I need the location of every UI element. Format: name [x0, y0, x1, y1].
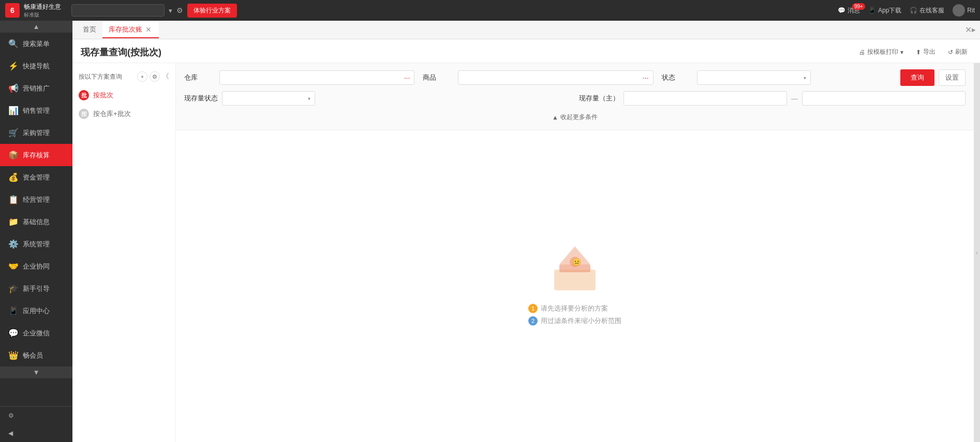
main-layout: ▲ 🔍 搜索菜单 ⚡ 快捷导航 📢 营销推广 📊 销售管理 🛒 采购管理 📦 库… — [0, 21, 980, 442]
product-input[interactable]: ··· — [458, 70, 653, 85]
sidebar-item-label-sales: 销售管理 — [23, 106, 50, 115]
sidebar-item-finance[interactable]: 💰 资金管理 — [0, 166, 72, 188]
phone-icon: 📱 — [868, 7, 876, 14]
system-icon: ⚙️ — [8, 239, 19, 249]
sidebar-scroll-down[interactable]: ▼ — [0, 366, 72, 378]
sidebar-item-member[interactable]: 👑 畅会员 — [0, 344, 72, 366]
sidebar-item-search[interactable]: 🔍 搜索菜单 — [0, 33, 72, 55]
query-button[interactable]: 查询 — [900, 69, 934, 86]
printer-icon: 🖨 — [859, 49, 865, 56]
stock-status-select[interactable]: ▾ — [222, 91, 315, 106]
sidebar-item-label-member: 畅会员 — [23, 351, 43, 360]
close-panel-button[interactable]: ✕ — [965, 25, 972, 35]
sidebar-collapse-item[interactable]: ◀ — [0, 424, 72, 442]
operations-icon: 📋 — [8, 195, 19, 204]
print-template-btn[interactable]: 🖨 按模板打印 ▾ — [855, 46, 908, 58]
try-industry-button[interactable]: 体验行业方案 — [187, 4, 237, 18]
app-info: 畅康通好生意 标准版 — [24, 3, 61, 19]
sidebar-item-label-weixin: 企业微信 — [23, 329, 50, 338]
dropdown-icon[interactable]: ▾ — [169, 7, 172, 14]
tab-bar: 首页 库存批次账 ✕ ✕ ▶ — [72, 21, 980, 39]
empty-svg-icon: 😐 — [544, 244, 606, 296]
warehouse-more-icon[interactable]: ··· — [404, 73, 410, 82]
tab-inventory-batch[interactable]: 库存批次账 ✕ — [102, 22, 159, 38]
sidebar-item-sales[interactable]: 📊 销售管理 — [0, 99, 72, 122]
user-name: Rit — [967, 7, 975, 14]
user-item[interactable]: Rit — [953, 4, 975, 17]
sidebar-item-newbie[interactable]: 🎓 新手引导 — [0, 277, 72, 300]
filter-panel-header: 按以下方案查询 + ⚙ 《 — [72, 67, 175, 86]
content-body: 按以下方案查询 + ⚙ 《 批 按批次 — [72, 63, 980, 442]
add-filter-button[interactable]: + — [137, 71, 147, 82]
print-dropdown-icon: ▾ — [900, 49, 903, 56]
finance-icon: 💰 — [8, 172, 19, 182]
collapse-more-conditions[interactable]: ▲ 收起更多条件 — [184, 111, 966, 124]
collapse-filter-button[interactable]: 《 — [162, 72, 169, 81]
tip-num-1: 1 — [528, 304, 538, 313]
filter-header-label: 按以下方案查询 — [79, 72, 122, 81]
sidebar-item-label-shortcut: 快捷导航 — [23, 62, 50, 71]
refresh-btn[interactable]: ↺ 刷新 — [944, 46, 972, 58]
sidebar-scroll-up[interactable]: ▲ — [0, 21, 72, 33]
basic-icon: 📁 — [8, 217, 19, 227]
sidebar-item-enterprise[interactable]: 🤝 企业协同 — [0, 255, 72, 277]
tab-close-button[interactable]: ✕ — [144, 26, 153, 33]
stock-status-arrow: ▾ — [308, 96, 310, 101]
sidebar-item-label-basic: 基础信息 — [23, 217, 50, 227]
sidebar-item-inventory[interactable]: 📦 库存核算 — [0, 144, 72, 166]
filter-item-by-batch[interactable]: 批 按批次 — [72, 86, 175, 105]
sidebar-item-label-operations: 经营管理 — [23, 195, 50, 204]
settings-button[interactable]: 设置 — [939, 69, 966, 86]
sidebar-item-label-appstore: 应用中心 — [23, 306, 50, 316]
right-collapse-handle[interactable]: › — [974, 63, 980, 442]
online-service-item[interactable]: 🎧 在线客服 — [910, 6, 944, 15]
stock-main-from[interactable] — [623, 91, 787, 106]
filter-item-by-batch-label: 按批次 — [93, 91, 113, 100]
query-buttons: 查询 设置 — [900, 69, 966, 86]
refresh-label: 刷新 — [955, 48, 968, 56]
app-download-item[interactable]: 📱 App下载 — [868, 6, 901, 15]
sidebar-item-basic[interactable]: 📁 基础信息 — [0, 211, 72, 233]
weixin-icon: 💬 — [8, 328, 19, 338]
stock-status-field: 现存量状态 ▾ — [184, 91, 571, 106]
search-icon: 🔍 — [8, 39, 19, 49]
app-title: 畅康通好生意 — [24, 3, 61, 11]
sidebar-item-weixin[interactable]: 💬 企业微信 — [0, 322, 72, 344]
collapse-icon: ◀ — [8, 430, 13, 437]
collapse-more-icon: ▲ — [552, 114, 558, 121]
purchase-icon: 🛒 — [8, 128, 19, 138]
tip-num-2: 2 — [528, 316, 538, 326]
messages-item[interactable]: 💬 消息 99+ — [838, 6, 860, 15]
print-template-label: 按模板打印 — [867, 48, 898, 56]
status-select[interactable]: ▾ — [697, 70, 811, 85]
export-icon: ⬆ — [916, 49, 921, 56]
sidebar-settings-item[interactable]: ⚙ — [0, 407, 72, 424]
search-input[interactable] — [71, 4, 165, 17]
sidebar-item-appstore[interactable]: 📱 应用中心 — [0, 300, 72, 322]
warehouse-input[interactable]: ··· — [219, 70, 414, 85]
filter-item-by-warehouse-batch[interactable]: 按 按仓库+批次 — [72, 105, 175, 123]
batch-icon: 批 — [79, 90, 89, 100]
filter-settings-button[interactable]: ⚙ — [150, 71, 160, 82]
refresh-icon: ↺ — [948, 49, 953, 56]
gear-icon[interactable]: ⚙ — [176, 6, 183, 14]
sales-icon: 📊 — [8, 106, 19, 115]
export-btn[interactable]: ⬆ 导出 — [912, 46, 940, 58]
empty-tips: 1 请先选择要分析的方案 2 用过滤条件来缩小分析范围 — [528, 304, 621, 329]
sidebar-item-shortcut[interactable]: ⚡ 快捷导航 — [0, 55, 72, 77]
product-more-icon[interactable]: ··· — [643, 73, 649, 82]
tab-home[interactable]: 首页 — [77, 22, 102, 38]
tab-inventory-batch-label: 库存批次账 — [109, 25, 142, 34]
headset-icon: 🎧 — [910, 7, 917, 14]
warehouse-batch-icon: 按 — [79, 109, 89, 119]
sidebar-item-system[interactable]: ⚙️ 系统管理 — [0, 233, 72, 255]
right-handle-icon: › — [976, 250, 977, 256]
sidebar-item-marketing[interactable]: 📢 营销推广 — [0, 77, 72, 99]
stock-main-to[interactable] — [802, 91, 966, 106]
left-filter-panel: 按以下方案查询 + ⚙ 《 批 按批次 — [72, 63, 176, 442]
sidebar-item-purchase[interactable]: 🛒 采购管理 — [0, 122, 72, 144]
expand-icon[interactable]: ▶ — [972, 27, 976, 33]
tip-text-2: 用过滤条件来缩小分析范围 — [541, 316, 621, 326]
sidebar-item-operations[interactable]: 📋 经营管理 — [0, 188, 72, 211]
sidebar-item-label-finance: 资金管理 — [23, 173, 50, 182]
